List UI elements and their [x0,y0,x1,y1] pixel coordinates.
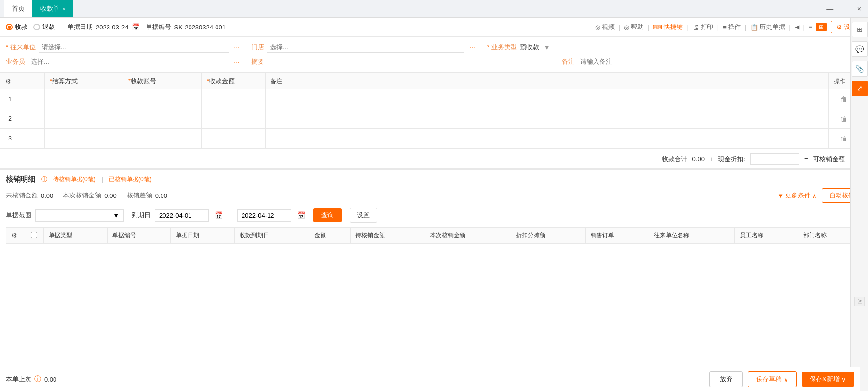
business-type-field: * 业务类型 预收款 ▼ [487,43,862,52]
discard-btn[interactable]: 放弃 [709,371,743,387]
help-icon: ◎ [624,24,629,31]
rp-comment-icon[interactable]: 💬 [852,41,868,57]
save-new-btn[interactable]: 保存&新增 ∨ [802,372,854,387]
panel-title: 核销明细 [6,175,35,184]
date-to-calendar-icon[interactable]: 📅 [297,211,305,219]
table-section: ⚙ *结算方式 *收款账号 *收款金额 备注 操作 [0,73,868,149]
date-label: 单据日期 [67,23,93,31]
minimize-btn[interactable]: — [823,5,836,13]
row2-account[interactable] [123,109,202,129]
col-settings[interactable]: ⚙ [0,73,20,89]
available-label: 可核销金额 [813,155,845,164]
row3-delete-icon[interactable]: 🗑 [841,135,847,142]
row1-num-extra [20,89,45,109]
row2-remark[interactable] [266,109,829,129]
counterpart-more-icon[interactable]: ··· [232,43,242,51]
counterpart-input[interactable] [39,42,229,53]
remark-input[interactable] [577,56,862,67]
calendar-icon[interactable]: 📅 [132,23,140,31]
rp-table-icon[interactable]: ⊞ [852,22,868,37]
salesperson-input[interactable] [28,56,229,67]
video-action[interactable]: ◎ 视频 [595,23,615,31]
shortcut-action[interactable]: ⌨ 快捷键 [653,23,683,31]
more-conditions[interactable]: ▼ 更多条件 ∧ [777,191,817,200]
rp-expand-icon[interactable]: ⤢ [852,81,868,96]
salesperson-more-icon[interactable]: ··· [232,58,242,66]
discount-input[interactable] [750,153,799,165]
btcol-checkbox[interactable] [26,228,44,244]
date-value: 2023-03-24 [96,24,129,31]
summary-field: 摘要 [251,56,552,67]
equals-sign: = [804,155,808,163]
date-from-input[interactable] [155,209,209,222]
row3-remark[interactable] [266,129,829,148]
tab-home-label: 首页 [12,4,25,13]
btcol-discount: 折扣分摊额 [511,228,585,244]
store-more-icon[interactable]: ··· [467,43,477,51]
filter-icon: ▼ [777,192,784,199]
completed-tab[interactable]: 已核销单据(0笔) [109,175,152,184]
main-content: 收款 退款 单据日期 2023-03-24 📅 单据编号 SK-20230324… [0,18,868,391]
row3-amount[interactable] [202,129,266,148]
tab-bar: 首页 收款单 × — □ × [0,0,868,18]
receipt-refund-group: 收款 退款 [6,23,55,31]
row1-settlement[interactable] [45,89,123,109]
panel-info-icon[interactable]: ⓘ [41,175,47,184]
row2-delete-icon[interactable]: 🗑 [841,115,847,123]
close-btn[interactable]: × [854,5,864,13]
store-input[interactable] [267,42,464,53]
this-doc-value: 0.00 [44,376,56,383]
nav-grid[interactable]: ⊞ [816,23,827,31]
btcol-amount: 金额 [309,228,350,244]
current-label: 本次核销金额 [63,191,101,200]
save-draft-btn[interactable]: 保存草稿 ∨ [748,371,797,387]
form-row-1: * 往来单位 ··· 门店 ··· * 业务类型 预收款 ▼ [6,42,862,53]
date-to-input[interactable] [237,209,291,222]
operation-action[interactable]: ≡ 操作 [723,23,741,31]
total-label: 收款合计 [662,155,687,164]
btcol-settings[interactable]: ⚙ [6,228,26,244]
row1-amount[interactable] [202,89,266,109]
receipt-radio-dot [6,24,13,30]
tab-receipt[interactable]: 收款单 × [32,0,73,17]
refund-radio[interactable]: 退款 [33,23,55,31]
history-action[interactable]: 📋 历史单据 [750,23,785,31]
tab-home[interactable]: 首页 [4,0,32,17]
refund-label: 退款 [42,23,55,31]
operation-label: 操作 [728,23,741,31]
ai-label[interactable]: Ai [854,297,865,306]
summary-input[interactable] [267,56,552,67]
pending-tab[interactable]: 待核销单据(0笔) [53,175,96,184]
business-type-arrow[interactable]: ▼ [544,44,550,51]
row2-settlement[interactable] [45,109,123,129]
rp-attachment-icon[interactable]: 📎 [852,61,868,77]
this-doc-info-icon[interactable]: ⓘ [34,375,41,384]
tab-close-icon[interactable]: × [62,6,65,12]
shortcut-label: 快捷键 [664,23,683,31]
shortcut-icon: ⌨ [653,24,662,31]
maximize-btn[interactable]: □ [840,5,850,13]
print-action[interactable]: 🖨 打印 [693,23,713,31]
row1-account[interactable] [123,89,202,109]
query-btn[interactable]: 查询 [313,208,342,222]
filter-settings-btn[interactable]: 设置 [350,208,377,223]
range-chevron-icon: ▼ [113,212,119,219]
select-all-checkbox[interactable] [31,232,37,238]
row1-remark[interactable] [266,89,829,109]
row3-settlement[interactable] [45,129,123,148]
col-settlement-header: *结算方式 [45,73,123,89]
range-select[interactable]: ▼ [35,209,124,222]
date-from-calendar-icon[interactable]: 📅 [215,211,223,219]
nav-prev[interactable]: ◀ [795,24,799,30]
bottom-table-section: ⚙ 单据类型 单据编号 单据日期 收款到期日 金额 待核销金额 本次核销金额 折… [6,227,862,244]
date-field: 单据日期 2023-03-24 📅 [67,23,140,31]
right-panel: ⊞ 💬 📎 ⤢ Ai [850,18,868,391]
diff-stat: 核销差额 0.00 [127,191,167,200]
row3-account[interactable] [123,129,202,148]
receipt-radio[interactable]: 收款 [6,23,27,31]
help-action[interactable]: ◎ 帮助 [624,23,644,31]
nav-list[interactable]: ≡ [809,24,812,30]
row1-delete-icon[interactable]: 🗑 [841,95,847,103]
row2-amount[interactable] [202,109,266,129]
number-value: SK-20230324-001 [174,24,226,31]
